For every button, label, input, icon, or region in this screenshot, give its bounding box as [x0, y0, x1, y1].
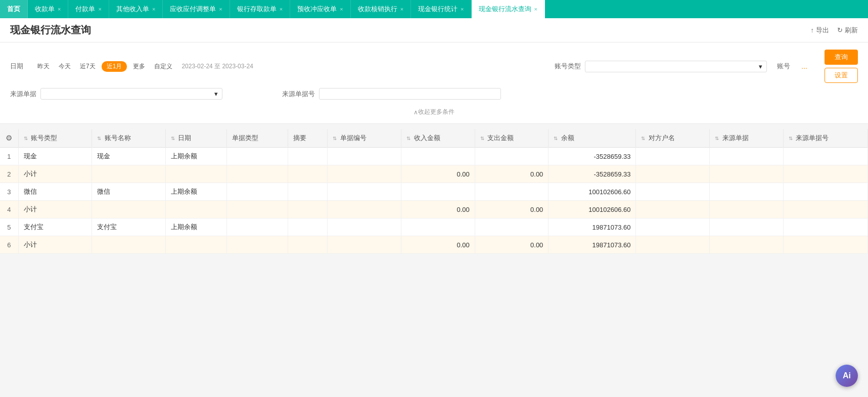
cell-expense: [475, 218, 549, 236]
table-header-row: ⚙ ⇅ 账号类型 ⇅ 账号名称 ⇅ 日期 单据类型 摘要: [0, 129, 868, 148]
table-row[interactable]: 2小计0.000.00-3528659.33: [0, 165, 868, 183]
close-icon[interactable]: ×: [340, 6, 343, 12]
refresh-label: 刷新: [845, 26, 858, 35]
nav-item-ar-ap-adjust[interactable]: 应收应付调整单 ×: [163, 0, 230, 18]
date-btn-1month[interactable]: 近1月: [102, 61, 127, 72]
cell-source-doc-no: [783, 218, 867, 236]
cell-account-name: [92, 165, 166, 183]
col-header-source-doc[interactable]: ⇅ 来源单据: [710, 129, 784, 148]
source-doc-no-input[interactable]: [319, 88, 501, 100]
close-icon[interactable]: ×: [98, 6, 101, 12]
col-label-doc-no: 单据编号: [340, 134, 367, 142]
source-doc-label: 来源单据: [10, 90, 36, 99]
cell-doc-no: [328, 236, 401, 254]
nav-label-receipt-verify: 收款核销执行: [358, 5, 397, 14]
header-actions: ↑ 导出 ↻ 刷新: [811, 26, 858, 35]
nav-item-prepay[interactable]: 预收冲应收单 ×: [290, 0, 350, 18]
settings-col-header[interactable]: ⚙: [0, 129, 18, 148]
col-header-source-doc-no[interactable]: ⇅ 来源单据号: [783, 129, 867, 148]
filter-row-date: 日期 昨天 今天 近7天 近1月 更多 自定义 2023-02-24 至 202…: [10, 50, 858, 83]
sort-icon: ⇅: [789, 136, 793, 141]
cell-source-doc-no: [783, 148, 867, 165]
col-label-income: 收入金额: [414, 134, 440, 142]
refresh-button[interactable]: ↻ 刷新: [837, 26, 858, 35]
export-label: 导出: [816, 26, 829, 35]
setting-button[interactable]: 设置: [825, 68, 858, 83]
nav-item-receipt[interactable]: 收款单 ×: [28, 0, 68, 18]
table-row[interactable]: 1现金现金上期余额-3528659.33: [0, 148, 868, 165]
chevron-down-icon-source: ▾: [214, 90, 218, 98]
close-icon[interactable]: ×: [280, 6, 283, 12]
filter-row-source: 来源单据 ▾ 来源单据号: [10, 88, 858, 100]
date-btn-more[interactable]: 更多: [130, 61, 148, 72]
cell-doc-no: [328, 183, 401, 201]
source-doc-select[interactable]: ▾: [40, 88, 222, 100]
date-btn-7days[interactable]: 近7天: [77, 61, 99, 72]
cell-source-doc-no: [783, 201, 867, 218]
col-label-account-name: 账号名称: [105, 134, 131, 142]
account-type-select[interactable]: ▾: [585, 61, 767, 72]
close-icon[interactable]: ×: [219, 6, 222, 12]
cell-counterpart: [636, 236, 710, 254]
close-icon[interactable]: ×: [461, 6, 464, 12]
source-doc-no-filter-group: 来源单据号: [282, 88, 501, 100]
date-btn-today[interactable]: 今天: [56, 61, 74, 72]
cell-income: [401, 148, 475, 165]
nav-item-home[interactable]: 首页: [0, 0, 28, 18]
close-icon[interactable]: ×: [58, 6, 61, 12]
cell-balance: 100102606.60: [549, 183, 636, 201]
col-header-expense[interactable]: ⇅ 支出金额: [475, 129, 549, 148]
nav-item-other-income[interactable]: 其他收入单 ×: [109, 0, 163, 18]
row-number: 6: [0, 236, 18, 254]
date-shortcuts: 昨天 今天 近7天 近1月 更多 自定义 2023-02-24 至 2023-0…: [34, 61, 253, 72]
column-settings-icon[interactable]: ⚙: [6, 134, 12, 142]
table-row[interactable]: 4小计0.000.00100102606.60: [0, 201, 868, 218]
col-header-balance[interactable]: ⇅ 余额: [549, 129, 636, 148]
nav-label-cash-flow: 现金银行流水查询: [479, 5, 531, 14]
nav-item-bank-deposit[interactable]: 银行存取款单 ×: [230, 0, 290, 18]
query-button[interactable]: 查询: [825, 50, 858, 65]
cell-balance: -3528659.33: [549, 165, 636, 183]
col-header-account-name[interactable]: ⇅ 账号名称: [92, 129, 166, 148]
close-icon[interactable]: ×: [400, 6, 403, 12]
export-button[interactable]: ↑ 导出: [811, 26, 830, 35]
date-btn-custom[interactable]: 自定义: [151, 61, 175, 72]
collapse-bar[interactable]: ∧ 收起更多条件: [10, 105, 858, 118]
col-header-account-type[interactable]: ⇅ 账号类型: [18, 129, 92, 148]
col-header-income[interactable]: ⇅ 收入金额: [401, 129, 475, 148]
nav-item-cash-stats[interactable]: 现金银行统计 ×: [411, 0, 471, 18]
cell-doc-type: [227, 165, 288, 183]
nav-item-receipt-verify[interactable]: 收款核销执行 ×: [351, 0, 411, 18]
date-btn-yesterday[interactable]: 昨天: [34, 61, 53, 72]
table-row[interactable]: 6小计0.000.0019871073.60: [0, 236, 868, 254]
col-label-date: 日期: [178, 134, 191, 142]
col-header-doc-no[interactable]: ⇅ 单据编号: [328, 129, 401, 148]
nav-label-home: 首页: [7, 5, 20, 14]
table-row[interactable]: 5支付宝支付宝上期余额19871073.60: [0, 218, 868, 236]
row-number: 3: [0, 183, 18, 201]
cell-doc-type: [227, 218, 288, 236]
cell-summary: [288, 165, 328, 183]
sort-icon: ⇅: [480, 136, 484, 141]
cell-doc-no: [328, 148, 401, 165]
col-header-summary: 摘要: [288, 129, 328, 148]
table-row[interactable]: 3微信微信上期余额100102606.60: [0, 183, 868, 201]
cell-account-name: 微信: [92, 183, 166, 201]
cell-account-name: [92, 236, 166, 254]
date-range-display: 2023-02-24 至 2023-03-24: [181, 62, 253, 71]
page-header: 现金银行流水查询 ↑ 导出 ↻ 刷新: [0, 18, 868, 42]
nav-item-cash-flow[interactable]: 现金银行流水查询 ×: [472, 0, 545, 18]
sort-icon: ⇅: [333, 136, 337, 141]
col-header-date[interactable]: ⇅ 日期: [165, 129, 226, 148]
cell-counterpart: [636, 201, 710, 218]
col-header-counterpart[interactable]: ⇅ 对方户名: [636, 129, 710, 148]
close-icon[interactable]: ×: [152, 6, 155, 12]
nav-item-payment[interactable]: 付款单 ×: [68, 0, 109, 18]
sort-icon: ⇅: [641, 136, 645, 141]
cell-account-type: 小计: [18, 201, 92, 218]
cell-summary: [288, 201, 328, 218]
close-icon[interactable]: ×: [534, 6, 537, 12]
col-label-summary: 摘要: [293, 134, 306, 142]
cell-counterpart: [636, 218, 710, 236]
account-ellipsis-button[interactable]: ...: [801, 62, 807, 70]
